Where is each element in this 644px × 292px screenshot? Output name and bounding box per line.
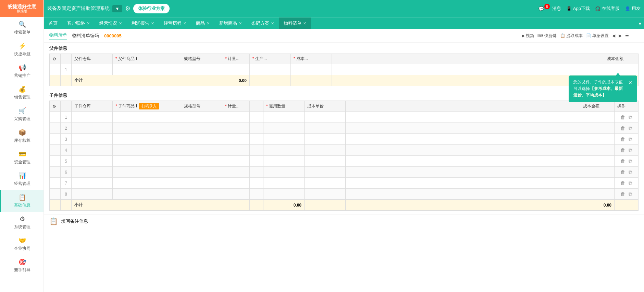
child-row-unit-cost[interactable]: [305, 123, 346, 134]
tooltip-close-button[interactable]: ✕: [628, 79, 632, 86]
child-row-unit-cost[interactable]: [305, 156, 346, 167]
tab-close-icon[interactable]: ✕: [87, 21, 90, 26]
nav-tab-首页[interactable]: 首页: [44, 17, 62, 29]
child-row-warehouse[interactable]: [72, 167, 113, 178]
child-row-measure[interactable]: [222, 189, 250, 200]
sidebar-item-enterprise[interactable]: 🤝 企业协同: [0, 233, 44, 255]
copy-icon[interactable]: ⧉: [629, 180, 632, 186]
delete-icon[interactable]: 🗑: [620, 180, 626, 186]
child-row-goods[interactable]: [113, 112, 181, 123]
extract-cost-action[interactable]: 📋 提取成本: [560, 33, 583, 39]
child-row-measure[interactable]: [222, 156, 250, 167]
child-row-goods[interactable]: [113, 123, 181, 134]
child-row-goods[interactable]: [113, 178, 181, 189]
parent-row-cost[interactable]: [291, 64, 332, 75]
nav-tabs-end-button[interactable]: ≡: [636, 18, 644, 29]
sidebar-item-system[interactable]: ⚙ 系统管理: [0, 212, 44, 233]
tab-close-icon[interactable]: ✕: [207, 21, 210, 26]
parent-row-produce[interactable]: [250, 64, 291, 75]
nav-tab-经营情况[interactable]: 经营情况 ✕: [95, 17, 127, 29]
sidebar-item-basic[interactable]: 📋 基础信息: [0, 190, 44, 212]
child-row-measure[interactable]: [222, 167, 250, 178]
sidebar-item-quicknav[interactable]: ⚡ 快捷导航: [0, 39, 44, 60]
message-item[interactable]: 💬 6 消息: [538, 5, 561, 12]
child-col-gear[interactable]: ⚙: [50, 101, 61, 112]
copy-icon[interactable]: ⧉: [629, 114, 632, 120]
online-service-item[interactable]: 🎧 在线客服: [595, 5, 620, 12]
child-row-goods[interactable]: [113, 167, 181, 178]
delete-icon[interactable]: 🗑: [620, 147, 626, 153]
nav-tab-商品[interactable]: 商品 ✕: [191, 17, 214, 29]
prev-arrow[interactable]: ◀: [612, 33, 615, 38]
sidebar-item-inventory[interactable]: 📦 库存核算: [0, 125, 44, 147]
tab-close-icon[interactable]: ✕: [151, 21, 154, 26]
child-row-qty[interactable]: [263, 167, 305, 178]
child-row-spec[interactable]: [181, 178, 222, 189]
child-row-unit-cost[interactable]: [305, 145, 346, 156]
child-row-unit-cost[interactable]: [305, 134, 346, 145]
copy-icon[interactable]: ⧉: [629, 125, 632, 131]
nav-tab-经营历程[interactable]: 经营历程 ✕: [159, 17, 191, 29]
shortcut-action[interactable]: ⌨ 快捷键: [537, 33, 557, 39]
delete-icon[interactable]: 🗑: [620, 114, 626, 120]
child-row-unit-cost[interactable]: [305, 167, 346, 178]
child-row-spec[interactable]: [181, 123, 222, 134]
sidebar-item-marketing[interactable]: 📢 营销推广: [0, 60, 44, 82]
close-button[interactable]: ✕: [634, 33, 639, 39]
tab-close-icon[interactable]: ✕: [183, 21, 186, 26]
scan-button[interactable]: 扫码录入: [139, 103, 159, 109]
tab-close-icon[interactable]: ✕: [303, 21, 306, 26]
sidebar-item-operation[interactable]: 📊 经营管理: [0, 168, 44, 190]
child-row-warehouse[interactable]: [72, 145, 113, 156]
child-row-warehouse[interactable]: [72, 178, 113, 189]
delete-icon[interactable]: 🗑: [620, 191, 626, 197]
delete-icon[interactable]: 🗑: [620, 136, 626, 142]
child-row-measure[interactable]: [222, 134, 250, 145]
copy-icon[interactable]: ⧉: [629, 191, 632, 197]
child-row-qty[interactable]: [263, 189, 305, 200]
copy-icon[interactable]: ⧉: [629, 158, 632, 164]
child-row-qty[interactable]: [263, 145, 305, 156]
delete-icon[interactable]: 🗑: [620, 158, 626, 164]
system-dropdown[interactable]: ▼: [112, 5, 122, 12]
sidebar-item-sales[interactable]: 💰 销售管理: [0, 82, 44, 104]
child-row-warehouse[interactable]: [72, 156, 113, 167]
child-row-goods[interactable]: [113, 156, 181, 167]
copy-icon[interactable]: ⧉: [629, 136, 632, 142]
nav-tab-条码方案[interactable]: 条码方案 ✕: [247, 17, 279, 29]
child-row-measure[interactable]: [222, 145, 250, 156]
child-row-qty[interactable]: [263, 123, 305, 134]
child-row-spec[interactable]: [181, 134, 222, 145]
child-row-warehouse[interactable]: [72, 123, 113, 134]
child-row-spec[interactable]: [181, 112, 222, 123]
child-row-goods[interactable]: [113, 134, 181, 145]
copy-icon[interactable]: ⧉: [629, 147, 632, 153]
copy-icon[interactable]: ⧉: [629, 169, 632, 175]
delete-icon[interactable]: 🗑: [620, 125, 626, 131]
parent-row-measure[interactable]: [222, 64, 250, 75]
child-row-qty[interactable]: [263, 178, 305, 189]
nav-tab-新增商品[interactable]: 新增商品 ✕: [214, 17, 247, 29]
nav-tab-客户联络[interactable]: 客户联络 ✕: [62, 17, 95, 29]
video-action[interactable]: ▶ 视频: [522, 33, 534, 39]
tab-close-icon[interactable]: ✕: [119, 21, 122, 26]
nav-tab-物料清单[interactable]: 物料清单 ✕: [279, 17, 311, 29]
sidebar-item-search[interactable]: 🔍 搜索菜单: [0, 17, 44, 39]
menu-icon[interactable]: ☰: [625, 33, 629, 38]
child-row-measure[interactable]: [222, 123, 250, 134]
nav-tab-利润报告[interactable]: 利润报告 ✕: [127, 17, 159, 29]
parent-col-gear[interactable]: ⚙: [50, 54, 61, 64]
parent-row-goods[interactable]: [113, 64, 181, 75]
child-row-goods[interactable]: [113, 189, 181, 200]
child-row-warehouse[interactable]: [72, 134, 113, 145]
child-row-qty[interactable]: [263, 156, 305, 167]
child-row-qty[interactable]: [263, 112, 305, 123]
child-row-spec[interactable]: [181, 167, 222, 178]
child-row-spec[interactable]: [181, 145, 222, 156]
child-row-warehouse[interactable]: [72, 112, 113, 123]
delete-icon[interactable]: 🗑: [620, 169, 626, 175]
child-row-unit-cost[interactable]: [305, 112, 346, 123]
tab-close-icon[interactable]: ✕: [271, 21, 274, 26]
child-row-unit-cost[interactable]: [305, 189, 346, 200]
child-row-spec[interactable]: [181, 189, 222, 200]
